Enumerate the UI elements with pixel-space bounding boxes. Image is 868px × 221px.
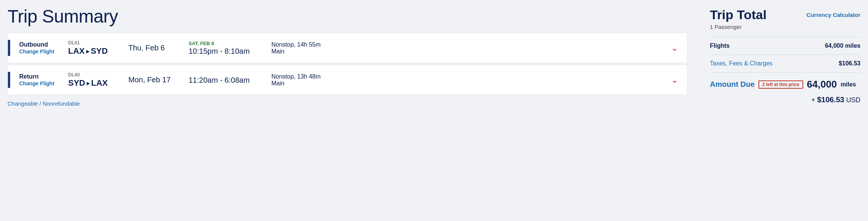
return-date-section: Mon, Feb 17 — [128, 76, 189, 84]
return-border-accent — [8, 72, 10, 88]
outbound-flight-card: Outbound Change Flight DL41 LAX ▸ SYD Th… — [8, 33, 687, 63]
outbound-time-section: SAT, FEB 8 10:15pm - 8:10am — [189, 41, 271, 56]
left-section: Trip Summary Outbound Change Flight DL41… — [8, 6, 687, 107]
outbound-class: Main — [271, 48, 285, 54]
outbound-route-section: DL41 LAX ▸ SYD — [68, 40, 128, 56]
return-route: SYD ▸ LAX — [68, 78, 128, 88]
outbound-type-label: Outbound — [19, 41, 68, 48]
outbound-date-section: Thu, Feb 6 — [128, 44, 189, 52]
outbound-duration: Nonstop, 14h 55m — [271, 41, 671, 48]
fees-label: Taxes, Fees & Charges — [710, 60, 772, 67]
return-times: 11:20am - 6:08am — [189, 76, 250, 84]
outbound-times: 10:15pm - 8:10am — [189, 47, 250, 55]
trip-total-title: Trip Total — [710, 8, 766, 22]
return-route-section: DL40 SYD ▸ LAX — [68, 72, 128, 88]
flights-label: Flights — [710, 42, 729, 49]
outbound-label-section: Outbound Change Flight — [19, 41, 68, 55]
amount-due-usd-amount: $106.53 — [817, 95, 844, 104]
amount-due-usd-row: + $106.53 USD — [710, 95, 860, 104]
return-route-arrow: ▸ — [87, 80, 90, 87]
currency-calculator-link[interactable]: Currency Calculator — [807, 12, 860, 18]
outbound-flight-number: DL41 — [68, 40, 128, 45]
return-change-flight-link[interactable]: Change Flight — [19, 80, 54, 86]
passenger-count: 1 Passenger — [710, 24, 860, 30]
amount-due-miles: 64,000 — [807, 79, 837, 90]
outbound-destination: SYD — [91, 46, 108, 56]
outbound-arrival-date-highlight: SAT, FEB 8 — [189, 41, 271, 46]
amount-due-row: Amount Due 2 left at this price 64,000 m… — [710, 72, 860, 104]
outbound-depart-date: Thu, Feb 6 — [128, 44, 165, 52]
fees-price-row: Taxes, Fees & Charges $106.53 — [710, 54, 860, 72]
right-section: Trip Total Currency Calculator 1 Passeng… — [702, 6, 860, 104]
outbound-expand-icon[interactable]: ⌄ — [671, 43, 678, 53]
trip-total-header: Trip Total Currency Calculator — [710, 8, 860, 22]
page-container: Trip Summary Outbound Change Flight DL41… — [8, 6, 860, 107]
amount-due-label: Amount Due — [710, 80, 755, 89]
return-time-section: 11:20am - 6:08am — [189, 75, 271, 85]
return-type-label: Return — [19, 73, 68, 80]
return-label-section: Return Change Flight — [19, 73, 68, 87]
outbound-route: LAX ▸ SYD — [68, 46, 128, 56]
two-left-badge: 2 left at this price — [758, 80, 803, 89]
return-duration-section: Nonstop, 13h 48m Main — [271, 73, 671, 87]
flights-value: 64,000 miles — [825, 42, 860, 49]
return-destination: LAX — [91, 78, 108, 88]
fees-value: $106.53 — [839, 60, 860, 67]
changeable-note: Changeable / Nonrefundable — [8, 100, 687, 107]
return-class: Main — [271, 80, 285, 86]
return-depart-date: Mon, Feb 17 — [128, 76, 171, 84]
outbound-change-flight-link[interactable]: Change Flight — [19, 48, 54, 54]
return-flight-card: Return Change Flight DL40 SYD ▸ LAX Mon,… — [8, 65, 687, 95]
return-duration: Nonstop, 13h 48m — [271, 73, 671, 80]
flights-price-row: Flights 64,000 miles — [710, 37, 860, 54]
outbound-duration-section: Nonstop, 14h 55m Main — [271, 41, 671, 55]
return-flight-number: DL40 — [68, 72, 128, 77]
page-title: Trip Summary — [8, 6, 687, 27]
return-expand-icon[interactable]: ⌄ — [671, 75, 678, 85]
amount-due-plus: + — [811, 96, 815, 104]
return-origin: SYD — [68, 78, 85, 88]
outbound-origin: LAX — [68, 46, 85, 56]
amount-due-usd-label: USD — [846, 96, 860, 104]
amount-due-miles-label: miles — [841, 81, 856, 88]
outbound-route-arrow: ▸ — [86, 48, 89, 55]
outbound-border-accent — [8, 40, 10, 56]
